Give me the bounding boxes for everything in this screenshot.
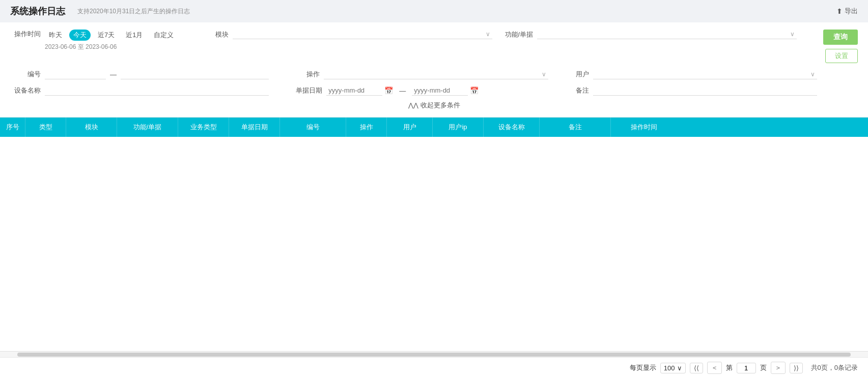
user-chevron-icon: ∨ [810,71,815,78]
code-input-from[interactable] [45,69,106,79]
collapse-row: ⋀⋀ 收起更多条件 [10,98,858,112]
time-btn-yesterday[interactable]: 昨天 [45,30,66,41]
remark-input[interactable] [593,85,817,96]
calendar-from-icon[interactable]: 📅 [384,86,393,95]
page-size-label: 每页显示 [630,363,656,372]
code-label: 编号 [10,70,41,79]
col-optime: 操作时间 [611,118,677,137]
col-ip: 用户ip [433,118,484,137]
table-header: 序号 类型 模块 功能/单据 业务类型 单据日期 编号 操作 用户 用户ip 设… [0,118,868,137]
total-text: 共0页，0条记录 [811,363,858,372]
doc-date-label: 单据日期 [289,86,322,95]
code-input-to[interactable] [121,69,269,79]
module-select[interactable]: ∨ [233,30,492,39]
func-chevron-icon: ∨ [790,31,795,38]
device-label: 设备名称 [10,86,41,95]
col-module: 模块 [66,118,117,137]
page-size-value: 100 [664,364,675,372]
page-size-chevron-icon: ∨ [677,364,682,372]
table-body [0,137,868,351]
col-op: 操作 [346,118,387,137]
user-label: 用户 [558,70,589,79]
col-user: 用户 [387,118,433,137]
export-icon: ⬆ [836,7,843,15]
last-page-button[interactable]: ⟩⟩ [790,363,803,373]
doc-date-from[interactable] [326,85,382,96]
module-chevron-icon: ∨ [486,31,490,38]
op-chevron-icon: ∨ [542,71,546,78]
time-btn-7days[interactable]: 近7天 [94,30,119,41]
table-wrapper: 序号 类型 模块 功能/单据 业务类型 单据日期 编号 操作 用户 用户ip 设… [0,118,868,351]
prev-page-button[interactable]: ＜ [707,362,722,374]
setting-button[interactable]: 设置 [825,49,858,63]
time-btn-1month[interactable]: 近1月 [122,30,147,41]
collapse-label: 收起更多条件 [421,101,460,110]
query-button[interactable]: 查询 [823,30,858,45]
first-page-button[interactable]: ⟨⟨ [690,363,703,373]
col-biztype: 业务类型 [178,118,229,137]
export-label: 导出 [845,7,858,16]
page-label: 第 [726,363,733,372]
op-select[interactable]: ∨ [324,70,548,79]
empty-message [0,137,868,289]
doc-date-range: 📅 — 📅 [326,85,479,96]
code-dash: — [110,71,117,78]
device-input[interactable] [45,85,269,96]
page-number-input[interactable] [737,363,756,373]
col-seq: 序号 [0,118,25,137]
horizontal-scrollbar[interactable] [0,351,868,357]
col-type: 类型 [25,118,66,137]
filter-area: 操作时间 昨天 今天 近7天 近1月 自定义 2023-06-06 至 2023… [0,22,868,118]
action-buttons: 查询 设置 [817,30,858,63]
page-header: 系统操作日志 支持2020年10月31日之后产生的操作日志 ⬆ 导出 [0,0,868,22]
collapse-button[interactable]: ⋀⋀ 收起更多条件 [408,101,460,110]
page-size-select[interactable]: 100 ∨ [660,363,686,373]
next-page-button[interactable]: ＞ [771,362,786,374]
time-btn-today[interactable]: 今天 [69,30,91,41]
time-label: 操作时间 [10,30,41,39]
col-date: 单据日期 [229,118,280,137]
doc-date-dash: — [399,87,406,95]
page-unit: 页 [760,363,767,372]
col-func: 功能/单据 [117,118,178,137]
pagination-bar: 每页显示 100 ∨ ⟨⟨ ＜ 第 页 ＞ ⟩⟩ 共0页，0条记录 [0,357,868,378]
time-range-text: 2023-06-06 至 2023-06-06 [45,43,178,51]
page-subtitle: 支持2020年10月31日之后产生的操作日志 [77,7,190,16]
remark-label: 备注 [558,86,589,95]
time-btn-custom[interactable]: 自定义 [150,30,178,41]
doc-date-to[interactable] [412,85,468,96]
page-title: 系统操作日志 [10,5,65,17]
user-select[interactable]: ∨ [593,70,817,79]
func-label: 功能/单据 [502,30,533,39]
col-device: 设备名称 [484,118,540,137]
col-code: 编号 [280,118,346,137]
op-label: 操作 [289,70,320,79]
export-button[interactable]: ⬆ 导出 [836,7,858,16]
func-select[interactable]: ∨ [537,30,797,39]
col-remark: 备注 [540,118,611,137]
collapse-icon: ⋀⋀ [408,102,418,109]
time-filter: 昨天 今天 近7天 近1月 自定义 2023-06-06 至 2023-06-0… [45,30,178,51]
calendar-to-icon[interactable]: 📅 [470,86,479,95]
module-label: 模块 [198,30,229,39]
